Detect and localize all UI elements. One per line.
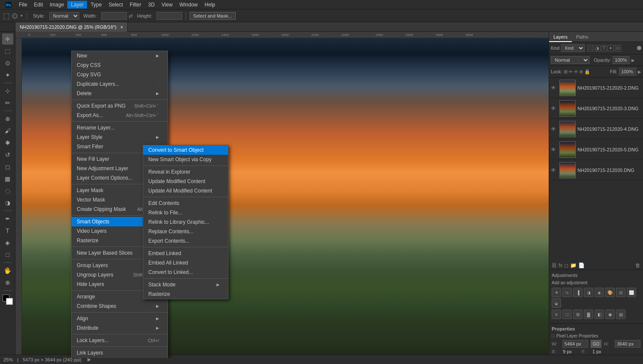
- menu-export-as[interactable]: Export As... Alt+Shift+Ctrl+ˊ: [72, 111, 168, 120]
- rectangular-marquee-tool[interactable]: ⬚: [2, 45, 13, 57]
- clone-stamp-tool[interactable]: ✱: [2, 137, 13, 148]
- eraser-tool[interactable]: ◻: [2, 161, 13, 172]
- dodge-tool[interactable]: ◑: [2, 197, 13, 208]
- layer-eye-1[interactable]: 👁: [551, 85, 558, 91]
- fill-arrow[interactable]: ▶: [638, 69, 641, 74]
- layer-eye-5[interactable]: 👁: [551, 167, 558, 173]
- height-input[interactable]: [156, 12, 182, 20]
- menu-file[interactable]: File: [15, 1, 30, 9]
- menu-so-embed-all-linked[interactable]: Embed All Linked: [143, 258, 228, 268]
- menu-quick-export[interactable]: Quick Export as PNG Shift+Ctrl+ˊ: [72, 101, 168, 111]
- path-selection-tool[interactable]: ◈: [2, 237, 13, 248]
- menu-edit[interactable]: Edit: [30, 1, 46, 9]
- create-group-icon[interactable]: 📁: [570, 262, 577, 268]
- menu-delete[interactable]: Delete ▶: [72, 89, 168, 98]
- menu-align[interactable]: Align ▶: [72, 314, 168, 323]
- menu-so-replace-contents[interactable]: Replace Contents...: [143, 227, 228, 236]
- shape-tool[interactable]: □: [2, 249, 13, 260]
- selection-tool-icon[interactable]: ⬚: [3, 11, 10, 21]
- adj-selective-color-icon[interactable]: ◉: [605, 310, 615, 319]
- menu-select[interactable]: Select: [105, 1, 126, 9]
- prop-h-input[interactable]: [615, 340, 640, 348]
- brush-tool[interactable]: 🖌: [2, 125, 13, 136]
- blend-mode-select[interactable]: Normal: [551, 56, 589, 64]
- menu-filter[interactable]: Filter: [126, 1, 145, 9]
- magic-wand-tool[interactable]: ✦: [2, 69, 13, 81]
- menu-lock-layers[interactable]: Lock Layers... Ctrl+/: [72, 336, 168, 345]
- menu-duplicate-layers[interactable]: Duplicate Layers... .: [72, 79, 168, 89]
- lock-artboard-icon[interactable]: ⊕: [579, 69, 583, 75]
- filter-smart-icon[interactable]: ⊙: [615, 45, 621, 51]
- menu-distribute[interactable]: Distribute ▶: [72, 323, 168, 333]
- menu-so-new-copy[interactable]: New Smart Object via Copy: [143, 155, 228, 164]
- link-layers-icon[interactable]: ⛓: [552, 262, 557, 268]
- layer-eye-2[interactable]: 👁: [551, 105, 558, 111]
- menu-layer-style[interactable]: Layer Style ▶: [72, 132, 168, 142]
- menu-so-convert-linked[interactable]: Convert to Linked...: [143, 268, 228, 277]
- gradient-tool[interactable]: ▦: [2, 173, 13, 184]
- adj-threshold-icon[interactable]: ◧: [595, 310, 604, 319]
- lock-all-icon[interactable]: 🔒: [584, 69, 590, 75]
- adj-brightness-icon[interactable]: ☀: [552, 288, 561, 297]
- filter-kind-select[interactable]: Kind: [561, 44, 585, 52]
- healing-brush-tool[interactable]: ⊕: [2, 113, 13, 124]
- menu-help[interactable]: Help: [201, 1, 219, 9]
- opacity-arrow[interactable]: ▶: [631, 58, 635, 63]
- menu-so-convert[interactable]: Convert to Smart Object: [143, 145, 228, 155]
- filter-toggle-icon[interactable]: [637, 46, 641, 50]
- prop-go-button[interactable]: GO: [591, 340, 602, 348]
- add-mask-icon[interactable]: ◻: [564, 262, 568, 268]
- adj-vibrance-icon[interactable]: ◈: [595, 288, 604, 297]
- layer-row-4[interactable]: 👁 NH20190715-212020-5.DNG: [549, 139, 643, 160]
- prop-w-input[interactable]: [562, 340, 588, 348]
- create-layer-icon[interactable]: 📄: [578, 262, 585, 268]
- menu-new[interactable]: New ▶: [72, 51, 168, 60]
- menu-type[interactable]: Type: [87, 1, 105, 9]
- crop-tool[interactable]: ⊹: [2, 85, 13, 96]
- adj-exposure-icon[interactable]: ◑: [584, 288, 593, 297]
- adj-invert-icon[interactable]: ⊞: [573, 310, 583, 319]
- adj-gradient-map-icon[interactable]: ▤: [616, 310, 625, 319]
- menu-3d[interactable]: 3D: [144, 1, 158, 9]
- menu-so-embed-linked[interactable]: Embed Linked: [143, 249, 228, 258]
- adj-color-balance-icon[interactable]: ⚖: [616, 288, 625, 297]
- menu-so-relink-library[interactable]: Relink to Library Graphic...: [143, 217, 228, 227]
- adj-hue-icon[interactable]: 🎨: [605, 288, 615, 297]
- layer-eye-3[interactable]: 👁: [551, 126, 558, 132]
- menu-rename-layer[interactable]: Rename Layer...: [72, 123, 168, 132]
- menu-so-reveal-explorer[interactable]: Reveal in Explorer: [143, 167, 228, 177]
- adj-channel-mixer-icon[interactable]: ≡: [552, 310, 561, 319]
- menu-so-relink-file[interactable]: Relink to File...: [143, 208, 228, 217]
- menu-so-update-all[interactable]: Update All Modified Content: [143, 186, 228, 196]
- menu-select-linked[interactable]: Select Linked Layers: [72, 358, 168, 358]
- menu-copy-svg[interactable]: Copy SVG: [72, 70, 168, 79]
- filter-shape-icon[interactable]: ✦: [607, 45, 614, 51]
- layer-row-1[interactable]: 👁 NH20190715-212020-2.DNG: [549, 78, 643, 98]
- layer-fx-icon[interactable]: fx: [559, 262, 562, 268]
- move-tool[interactable]: ✛: [2, 33, 13, 45]
- lasso-tool[interactable]: ⊙: [2, 57, 13, 69]
- select-mask-button[interactable]: Select and Mask...: [189, 12, 236, 20]
- layer-row-3[interactable]: 👁 NH20190715-212020-4.DNG: [549, 119, 643, 139]
- eyedropper-tool[interactable]: ✏: [2, 97, 13, 108]
- menu-link-layers[interactable]: Link Layers: [72, 348, 168, 358]
- width-input[interactable]: [101, 12, 127, 20]
- opacity-input[interactable]: [613, 56, 630, 64]
- layer-row-2[interactable]: 👁 NH20190715-212020-3.DNG: [549, 98, 643, 119]
- lock-position-icon[interactable]: ✛: [574, 69, 578, 75]
- zoom-tool[interactable]: ⊕: [2, 277, 13, 288]
- history-brush-tool[interactable]: ↺: [2, 149, 13, 160]
- menu-ps[interactable]: Ps: [2, 0, 15, 9]
- tab-close-icon[interactable]: ×: [120, 24, 123, 30]
- filter-pixel-icon[interactable]: □: [587, 45, 593, 51]
- menu-so-update-modified[interactable]: Update Modified Content: [143, 177, 228, 186]
- adj-color-lookup-icon[interactable]: □: [562, 310, 572, 319]
- adj-bw-icon[interactable]: ⬜: [627, 288, 636, 297]
- lock-transparent-icon[interactable]: ⊞: [564, 69, 568, 75]
- menu-layer[interactable]: Layer: [67, 1, 87, 9]
- filter-adjust-icon[interactable]: ◑: [594, 45, 601, 51]
- tab-paths[interactable]: Paths: [572, 32, 592, 42]
- filter-type-icon[interactable]: T: [601, 45, 607, 51]
- menu-combine-shapes[interactable]: Combine Shapes ▶: [72, 301, 168, 311]
- lock-image-icon[interactable]: ✏: [569, 69, 573, 75]
